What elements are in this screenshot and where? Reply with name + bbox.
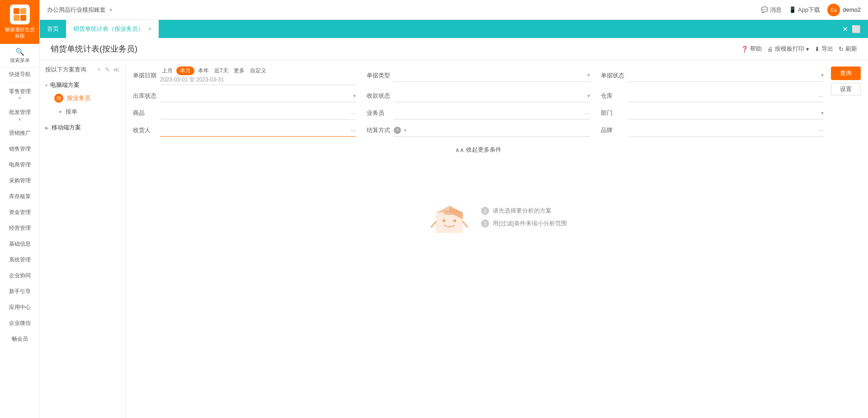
- sidebar-item-finance-label: 资金管理: [9, 209, 31, 216]
- goods-more-icon[interactable]: ···: [351, 109, 356, 117]
- message-button[interactable]: 💬 消息: [761, 6, 782, 14]
- tab-close-window-button[interactable]: ✕: [842, 25, 848, 33]
- filter-out-status-control[interactable]: ▾: [160, 90, 356, 102]
- quick-nav-item[interactable]: 快捷导航: [0, 68, 39, 81]
- scheme-item-by-salesman[interactable]: 按 按业务员: [40, 91, 125, 105]
- filter-area: 单据日期 上月 本月 本年 近7天 更多 自定义: [133, 66, 861, 158]
- tab-home[interactable]: 首页: [40, 20, 66, 38]
- scheme-item-by-order[interactable]: ✦ 按单: [40, 105, 125, 118]
- date-this-year-btn[interactable]: 本年: [196, 66, 211, 75]
- filter-salesman-item: 业务员 ···: [367, 107, 590, 119]
- filter-brand-control[interactable]: ···: [628, 124, 824, 137]
- scheme-item-salesman-icon: 按: [54, 94, 63, 103]
- collapse-filter-button[interactable]: ∧∧ 收起更多条件: [455, 146, 501, 154]
- filter-doc-type-control[interactable]: ▾: [394, 69, 590, 82]
- filter-salesman-control[interactable]: ···: [394, 107, 590, 119]
- search-menu-item[interactable]: 🔍 搜索菜单: [0, 44, 39, 68]
- help-button[interactable]: ❓ 帮助: [741, 45, 762, 53]
- date-more-btn[interactable]: 更多: [232, 66, 246, 75]
- sidebar-item-member[interactable]: 畅会员: [0, 331, 39, 347]
- date-last-month-btn[interactable]: 上月: [160, 66, 175, 75]
- mobile-scheme-group-header[interactable]: ▶ 移动端方案: [40, 122, 125, 133]
- mobile-icon: 📱: [789, 6, 796, 13]
- filter-receive-status-item: 收款状态 ▾: [367, 90, 590, 102]
- print-button[interactable]: 🖨 按模板打印 ▾: [767, 45, 809, 53]
- receive-status-dropdown-icon[interactable]: ▾: [587, 93, 590, 99]
- filter-doc-status-control[interactable]: ▾: [628, 69, 824, 82]
- sidebar-item-wxwork[interactable]: 企业微信: [0, 315, 39, 331]
- scheme-item-order-label: 按单: [66, 108, 77, 116]
- svg-line-11: [463, 222, 467, 227]
- sidebar-item-operation[interactable]: 经营管理: [0, 220, 39, 236]
- collapse-panel-icon[interactable]: ≪: [113, 66, 120, 73]
- tab-restore-button[interactable]: ⬜: [852, 25, 861, 33]
- print-dropdown-icon[interactable]: ▾: [806, 46, 809, 52]
- tip-num-2: 2: [481, 219, 489, 228]
- filter-actions: 查询 设置: [824, 66, 861, 158]
- filter-consignee-label: 收货人: [133, 126, 156, 134]
- sidebar-item-system[interactable]: 系统管理: [0, 252, 39, 267]
- tab-active[interactable]: 销货单统计表（按业务员） ×: [66, 20, 159, 38]
- sidebar-item-inventory[interactable]: 库存核算: [0, 188, 39, 204]
- sidebar-item-enterprise-label: 企业协同: [9, 272, 31, 280]
- topbar: 办公用品行业模拟账套 ▾ 💬 消息 📱 App下载 Ea demo2: [40, 0, 868, 20]
- sidebar-item-retail[interactable]: 零售管理 ▾: [0, 83, 39, 104]
- dept-dropdown-icon[interactable]: ▾: [821, 110, 824, 116]
- brand-more-icon[interactable]: ···: [818, 127, 824, 134]
- sidebar-item-enterprise[interactable]: 企业协同: [0, 267, 39, 283]
- date-this-month-btn[interactable]: 本月: [176, 66, 194, 75]
- app-download-button[interactable]: 📱 App下载: [789, 6, 820, 14]
- out-status-dropdown-icon[interactable]: ▾: [353, 93, 356, 99]
- sidebar-item-ecommerce[interactable]: 电商管理: [0, 157, 39, 172]
- empty-state: 1 请先选择要分析的方案 2 用[过滤]条件来缩小分析范围: [133, 158, 861, 276]
- app-download-label: App下载: [798, 6, 820, 14]
- svg-rect-3: [20, 15, 26, 21]
- edit-scheme-icon[interactable]: ✎: [105, 66, 110, 73]
- left-panel-header: 按以下方案查询 ＋ ✎ ≪: [40, 66, 125, 77]
- filter-settle-control[interactable]: × ▾: [394, 124, 590, 137]
- username-label: demo2: [843, 6, 861, 13]
- doc-status-dropdown-icon[interactable]: ▾: [821, 72, 824, 78]
- warehouse-more-icon[interactable]: ···: [818, 92, 824, 100]
- sidebar-item-appstore[interactable]: 应用中心: [0, 299, 39, 315]
- left-panel-title: 按以下方案查询: [45, 66, 86, 74]
- settle-clear-icon[interactable]: ×: [394, 127, 401, 134]
- export-button[interactable]: ⬇ 导出: [815, 45, 833, 53]
- setting-button[interactable]: 设置: [831, 83, 861, 95]
- add-scheme-icon[interactable]: ＋: [96, 66, 102, 74]
- message-label: 消息: [770, 6, 782, 14]
- filter-consignee-control[interactable]: ···: [160, 124, 356, 137]
- sidebar-item-marketing[interactable]: 营销推广: [0, 125, 39, 141]
- sidebar-item-guide[interactable]: 新手引导: [0, 283, 39, 299]
- empty-tip-2: 2 用[过滤]条件来缩小分析范围: [481, 219, 566, 228]
- date-custom-btn[interactable]: 自定义: [248, 66, 268, 75]
- filter-goods-control[interactable]: ···: [160, 107, 356, 119]
- filter-out-status-item: 出库状态 ▾: [133, 90, 356, 102]
- refresh-button[interactable]: ↻ 刷新: [839, 45, 857, 53]
- filter-dept-control[interactable]: ▾: [628, 107, 824, 119]
- refresh-label: 刷新: [845, 45, 857, 53]
- query-button[interactable]: 查询: [831, 66, 861, 80]
- left-panel: 按以下方案查询 ＋ ✎ ≪ ▾ 电脑端方案 按 按业务员: [40, 60, 126, 418]
- scheme-item-salesman-label: 按业务员: [67, 94, 90, 102]
- filter-doc-status-label: 单据状态: [601, 71, 624, 80]
- mobile-scheme-group: ▶ 移动端方案: [40, 120, 125, 135]
- sidebar-item-inventory-label: 库存核算: [9, 193, 31, 200]
- doc-type-dropdown-icon[interactable]: ▾: [587, 72, 590, 78]
- topbar-dropdown-icon[interactable]: ▾: [109, 7, 112, 13]
- sidebar-item-finance[interactable]: 资金管理: [0, 204, 39, 220]
- filter-receive-status-control[interactable]: ▾: [394, 90, 590, 102]
- salesman-more-icon[interactable]: ···: [585, 109, 590, 117]
- sidebar-item-sales[interactable]: 销售管理: [0, 141, 39, 157]
- sidebar-item-basic[interactable]: 基础信息: [0, 236, 39, 252]
- sidebar-item-purchase[interactable]: 采购管理: [0, 172, 39, 188]
- date-7days-btn[interactable]: 近7天: [212, 66, 230, 75]
- filter-warehouse-control[interactable]: ···: [628, 90, 824, 102]
- settle-dropdown-icon[interactable]: ▾: [404, 127, 406, 133]
- pc-scheme-group-header[interactable]: ▾ 电脑端方案: [40, 79, 125, 91]
- sidebar-item-wholesale[interactable]: 批发管理 ▴: [0, 104, 39, 125]
- tab-close-icon[interactable]: ×: [148, 26, 151, 32]
- consignee-more-icon[interactable]: ···: [351, 127, 356, 134]
- message-icon: 💬: [761, 6, 768, 13]
- user-menu[interactable]: Ea demo2: [827, 4, 861, 16]
